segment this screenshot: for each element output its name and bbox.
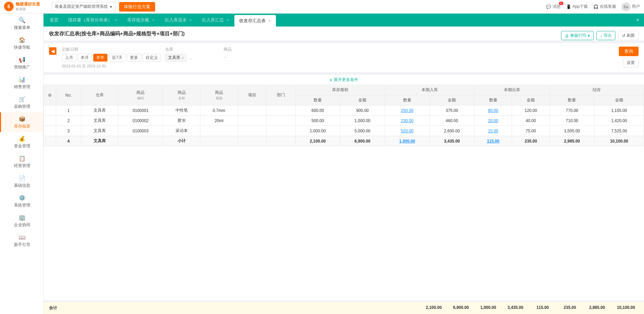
tab-close-batch[interactable]: × bbox=[151, 17, 155, 23]
sidebar-item-inventory[interactable]: 📦 库存核算 bbox=[0, 112, 43, 132]
date-btn-7days[interactable]: 近7天 bbox=[109, 54, 126, 62]
row2-out-qty[interactable]: 20.00 bbox=[474, 116, 512, 126]
sidebar-item-finance[interactable]: 💰 资金管理 bbox=[0, 132, 43, 152]
warehouse-ellipsis[interactable]: ... bbox=[189, 55, 192, 60]
sidebar: 🔍 搜索菜单 🏠 快捷导航 📢 营销推广 📊 销售管理 🛒 采购管理 📦 库存核… bbox=[0, 14, 44, 314]
purchase-icon: 🛒 bbox=[19, 96, 26, 102]
messages-item[interactable]: 💬 消息 6 bbox=[546, 4, 561, 10]
row2-name: 胶水 bbox=[163, 116, 200, 126]
user-item[interactable]: Ea 用户 bbox=[622, 2, 640, 11]
date-btn-last-month[interactable]: 上月 bbox=[62, 54, 76, 62]
row2-balance-amt: 1,420.00 bbox=[594, 116, 644, 126]
row1-spec: 0.7mm bbox=[200, 105, 238, 116]
row1-out-qty[interactable]: 80.00 bbox=[474, 105, 512, 116]
trial-button[interactable]: 体验行业方案 bbox=[119, 2, 155, 12]
row3-out-qty[interactable]: 15.00 bbox=[474, 126, 512, 136]
table-row: 1 文具库 0100001 中性笔 0.7mm 600.00 900.00 25… bbox=[44, 105, 644, 116]
row3-balance-amt: 7,525.00 bbox=[594, 126, 644, 136]
subtotal-out-amt: 235.00 bbox=[512, 136, 550, 146]
warehouse-tag-close[interactable]: × bbox=[182, 56, 184, 60]
content-area: 首页 现存量（库存分布表） × 库存批次账 × 出入库流水 × 出入库汇总 × … bbox=[44, 14, 644, 314]
th-balance-qty: 数量 bbox=[550, 95, 594, 105]
sidebar-item-search[interactable]: 🔍 搜索菜单 bbox=[0, 14, 43, 33]
refresh-button[interactable]: ↺ 刷新 bbox=[618, 31, 639, 40]
filter-left: 记账日期 上月 本月 本年 近7天 更多 自定义 2023-01-01 至 20… bbox=[62, 47, 613, 69]
goods-label: 商品 bbox=[224, 47, 264, 52]
home-icon: 🏠 bbox=[19, 37, 26, 43]
tab-close-inventory-dist[interactable]: × bbox=[114, 17, 118, 23]
row1-in-qty[interactable]: 250.00 bbox=[385, 105, 429, 116]
warehouse-tag: 文具库 × bbox=[165, 54, 187, 62]
date-btn-custom[interactable]: 自定义 bbox=[143, 54, 161, 62]
tab-inout-flow[interactable]: 出入库流水 × bbox=[160, 14, 197, 27]
tab-bar-close[interactable]: × bbox=[633, 17, 643, 23]
inventory-icon: 📦 bbox=[19, 116, 26, 122]
date-btn-this-year[interactable]: 本年 bbox=[93, 54, 108, 62]
app-selector[interactable]: 装备及固定资产辅助管理系统 ▾ bbox=[51, 2, 116, 11]
th-in-amt: 金额 bbox=[430, 95, 474, 105]
row3-no: 3 bbox=[56, 126, 81, 136]
date-btn-this-month[interactable]: 本月 bbox=[78, 54, 92, 62]
subtotal-name: 小计 bbox=[163, 136, 200, 146]
table-row: 2 文具库 0100002 胶水 20ml 500.00 1,000.00 23… bbox=[44, 116, 644, 126]
app-download-item[interactable]: 📱 App下载 bbox=[566, 4, 588, 10]
export-button[interactable]: ↓ 导出 bbox=[596, 31, 615, 40]
footer-in-amt: 3,435.00 bbox=[502, 305, 529, 311]
filter-warehouse-section: 仓库 文具库 × ... bbox=[165, 47, 219, 62]
sidebar-item-operations[interactable]: 📋 经营管理 bbox=[0, 152, 43, 171]
subtotal-in-qty[interactable]: 1,000.00 bbox=[385, 136, 429, 146]
tab-recv-send[interactable]: 收发存汇总表 × bbox=[234, 15, 276, 27]
footer-label: 合计 bbox=[46, 305, 189, 311]
footer-balance-amt: 10,100.00 bbox=[611, 305, 641, 311]
sidebar-item-quicknav[interactable]: 🏠 快捷导航 bbox=[0, 33, 43, 53]
chevron-down-icon: ∨ bbox=[329, 78, 332, 82]
row3-in-qty[interactable]: 520.00 bbox=[385, 126, 429, 136]
query-button[interactable]: 查询 bbox=[619, 47, 639, 56]
sidebar-item-purchase[interactable]: 🛒 采购管理 bbox=[0, 93, 43, 112]
tab-close-inout-summary[interactable]: × bbox=[226, 17, 229, 23]
sidebar-item-marketing[interactable]: 📢 营销推广 bbox=[0, 53, 43, 73]
data-table: ⚙ No. 仓库 商品编码 商品名称 商品规格 项目 部门 库存期初 本期入库 … bbox=[44, 85, 644, 146]
th-settings[interactable]: ⚙ bbox=[44, 85, 56, 105]
row2-out-amt: 40.00 bbox=[512, 116, 550, 126]
subtotal-balance-qty: 2,985.00 bbox=[550, 136, 594, 146]
settings-small-button[interactable]: 设置 bbox=[623, 58, 639, 67]
logo-icon: 6 bbox=[4, 2, 14, 11]
tab-inventory-dist[interactable]: 现存量（库存分布表） × bbox=[63, 14, 122, 27]
online-service-item[interactable]: 🎧 在线客服 bbox=[593, 4, 616, 10]
page-actions: 🖨 换版打印 ▾ ↓ 导出 ↺ 刷新 bbox=[561, 31, 639, 40]
tab-close-inout-flow[interactable]: × bbox=[189, 17, 192, 23]
sidebar-item-basic[interactable]: 📄 基础信息 bbox=[0, 171, 43, 191]
chevron-down-icon: ▾ bbox=[110, 4, 112, 9]
row2-in-qty[interactable]: 230.00 bbox=[385, 116, 429, 126]
phone-icon: 📱 bbox=[566, 4, 571, 9]
row3-opening-qty: 1,000.00 bbox=[295, 126, 340, 136]
footer-balance-qty: 2,985.00 bbox=[583, 305, 611, 311]
th-balance: 结存 bbox=[550, 85, 644, 95]
subtotal-out-qty[interactable]: 115.00 bbox=[474, 136, 512, 146]
system-icon: ⚙️ bbox=[19, 195, 26, 201]
expand-more-button[interactable]: ∨ 展开更多条件 bbox=[329, 77, 358, 83]
row1-no: 1 bbox=[56, 105, 81, 116]
row2-spec: 20ml bbox=[200, 116, 238, 126]
page-title-row: 收发存汇总表(按仓库+商品编码+商品+规格型号+项目+部门) 🖨 换版打印 ▾ … bbox=[49, 31, 639, 40]
row3-dept bbox=[267, 126, 296, 136]
tab-batch[interactable]: 库存批次账 × bbox=[122, 14, 160, 27]
goods-ellipsis[interactable]: ... bbox=[224, 54, 264, 59]
sidebar-item-sales[interactable]: 📊 销售管理 bbox=[0, 73, 43, 93]
th-out-qty: 数量 bbox=[474, 95, 512, 105]
sidebar-item-guide[interactable]: 📖 新手引导 bbox=[0, 231, 43, 250]
headset-icon: 🎧 bbox=[593, 4, 598, 9]
messages-badge: 6 bbox=[559, 2, 563, 5]
sidebar-item-system[interactable]: ⚙️ 系统管理 bbox=[0, 191, 43, 211]
sidebar-item-corp[interactable]: 🏢 企业协同 bbox=[0, 211, 43, 231]
date-btn-more[interactable]: 更多 bbox=[127, 54, 141, 62]
th-out-amt: 金额 bbox=[512, 95, 550, 105]
th-in: 本期入库 bbox=[385, 85, 474, 95]
row1-project bbox=[238, 105, 267, 116]
print-button[interactable]: 🖨 换版打印 ▾ bbox=[561, 31, 594, 40]
tab-home[interactable]: 首页 bbox=[45, 14, 63, 27]
filter-toggle-button[interactable]: ◀ bbox=[49, 47, 56, 55]
tab-close-recv-send[interactable]: × bbox=[268, 18, 271, 23]
tab-inout-summary[interactable]: 出入库汇总 × bbox=[197, 14, 234, 27]
